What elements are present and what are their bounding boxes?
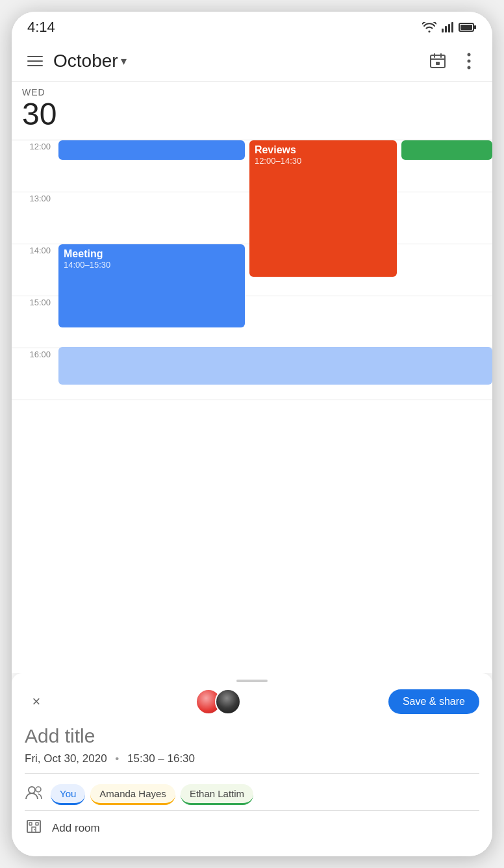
svg-rect-1	[445, 26, 447, 32]
svg-point-15	[29, 787, 35, 793]
status-time: 4:14	[27, 19, 55, 36]
avatars-group	[195, 689, 241, 715]
event-time-range: 15:30 – 16:30	[127, 752, 195, 765]
wifi-icon	[422, 22, 436, 32]
time-area-13	[58, 192, 492, 244]
handle-bar	[236, 680, 268, 682]
add-room-text: Add room	[52, 822, 100, 835]
time-row-15: 15:00	[12, 296, 492, 348]
bottom-sheet-header: × Save & share	[12, 686, 492, 720]
attendee-chip-ethan[interactable]: Ethan Lattim	[181, 784, 253, 805]
svg-rect-20	[36, 823, 38, 825]
attendees-row: You Amanda Hayes Ethan Lattim	[12, 774, 492, 810]
svg-rect-19	[29, 823, 32, 825]
svg-rect-2	[448, 24, 450, 32]
bottom-sheet-handle	[12, 673, 492, 686]
calendar-today-button[interactable]	[425, 48, 451, 74]
menu-line-2	[27, 60, 43, 62]
people-icon	[25, 785, 43, 804]
time-label-14: 14:00	[12, 244, 58, 255]
day-weekday: WED	[22, 87, 482, 97]
avatar-2	[215, 689, 241, 715]
menu-button[interactable]	[22, 51, 48, 71]
time-label-13: 13:00	[12, 192, 58, 203]
event-title-input[interactable]	[12, 720, 492, 750]
time-grid: 12:00 13:00 14:00 15:00 16:00	[12, 140, 492, 400]
svg-rect-6	[474, 25, 476, 29]
dropdown-arrow: ▾	[121, 54, 127, 68]
dot-separator: •	[115, 752, 119, 765]
status-bar: 4:14	[12, 12, 492, 40]
attendee-chips: You Amanda Hayes Ethan Lattim	[51, 784, 253, 805]
time-area-16	[58, 348, 492, 400]
svg-point-14	[468, 66, 471, 69]
calendar-today-icon	[429, 53, 446, 70]
time-area-14	[58, 244, 492, 296]
signal-icon	[442, 22, 453, 32]
battery-icon	[459, 23, 477, 32]
time-area-15	[58, 296, 492, 348]
event-datetime: Fri, Oct 30, 2020 • 15:30 – 16:30	[12, 750, 492, 773]
svg-rect-7	[431, 55, 445, 68]
time-area-12	[58, 140, 492, 192]
status-icons	[422, 22, 477, 32]
bottom-sheet: × Save & share Fri, Oct 30, 2020 • 15:30…	[12, 673, 492, 856]
time-row-12: 12:00	[12, 140, 492, 192]
save-share-button[interactable]: Save & share	[388, 689, 479, 714]
app-header: October ▾	[12, 40, 492, 82]
calendar-scroll[interactable]: 12:00 13:00 14:00 15:00 16:00	[12, 140, 492, 673]
svg-point-16	[36, 787, 41, 792]
time-label-15: 15:00	[12, 296, 58, 307]
svg-point-12	[468, 53, 471, 56]
menu-line-1	[27, 56, 43, 57]
event-date: Fri, Oct 30, 2020	[25, 752, 107, 765]
time-row-14: 14:00	[12, 244, 492, 296]
day-number: 30	[22, 97, 482, 132]
day-header: WED 30	[12, 82, 492, 140]
svg-rect-5	[460, 25, 472, 30]
phone-frame: 4:14	[12, 12, 492, 856]
svg-rect-0	[442, 29, 444, 32]
header-month: October	[53, 51, 118, 71]
time-row-16: 16:00	[12, 348, 492, 400]
menu-line-3	[27, 65, 43, 66]
attendee-chip-you[interactable]: You	[51, 784, 85, 805]
header-title-area[interactable]: October ▾	[53, 51, 425, 71]
time-label-16: 16:00	[12, 348, 58, 359]
svg-rect-11	[436, 62, 440, 65]
close-button[interactable]: ×	[25, 690, 48, 713]
svg-point-13	[468, 59, 471, 62]
more-vertical-icon	[467, 53, 471, 70]
time-row-13: 13:00	[12, 192, 492, 244]
add-room-row[interactable]: Add room	[12, 811, 492, 846]
more-options-button[interactable]	[456, 48, 482, 74]
svg-rect-3	[451, 22, 453, 32]
svg-point-21	[34, 829, 36, 830]
room-icon	[25, 819, 43, 838]
attendee-chip-amanda[interactable]: Amanda Hayes	[90, 784, 175, 805]
time-label-12: 12:00	[12, 140, 58, 151]
header-actions	[425, 48, 482, 74]
